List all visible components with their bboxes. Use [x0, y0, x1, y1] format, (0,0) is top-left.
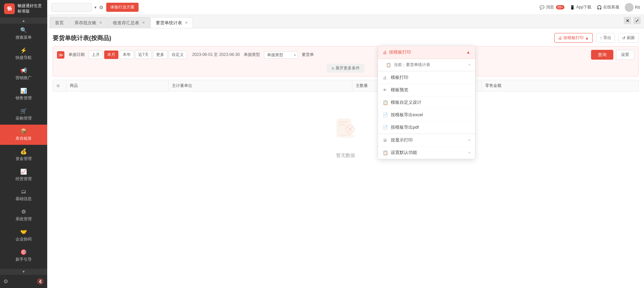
template-print-label: 模板打印: [391, 74, 470, 81]
tab-collection-summary[interactable]: 收发存汇总表 ✕: [108, 17, 150, 28]
date-btn-cur[interactable]: 本月: [104, 51, 118, 59]
avatar: [625, 3, 634, 12]
corp-icon: 🤝: [20, 229, 27, 235]
dropdown-display-print[interactable]: 🖥 按显示打印 ▾: [378, 134, 475, 147]
default-func-label: 设置默认功能: [391, 150, 466, 156]
marketing-icon: 📢: [20, 67, 27, 74]
sidebar-nav: 🔍 搜索菜单 ⚡ 快捷导航 📢 营销推广 📊 销售管理 🛒 采购管理 📦 库存核…: [0, 24, 47, 269]
topbar-dropdown-arrow[interactable]: ▾: [94, 5, 96, 10]
display-print-icon: 🖥: [383, 138, 388, 143]
message-badge: 99+: [556, 5, 564, 9]
empty-icon: [330, 112, 361, 149]
order-type-label: 单据类型: [244, 52, 260, 58]
audio-footer-icon[interactable]: 🔇: [37, 278, 44, 285]
sidebar-scroll-down[interactable]: ▼: [0, 269, 47, 275]
sidebar-scroll-up[interactable]: ▲: [0, 18, 47, 24]
sidebar-item-sales-label: 销售管理: [16, 95, 32, 101]
date-btn-prev[interactable]: 上月: [89, 51, 103, 59]
tab-collection-summary-close[interactable]: ✕: [142, 21, 145, 25]
sidebar-item-sales[interactable]: 📊 销售管理: [0, 84, 47, 104]
tab-expand-button[interactable]: ⤢: [633, 17, 641, 24]
dropdown-current-template[interactable]: 📋 当前：要货单统计表 ▾: [378, 59, 475, 71]
dropdown-header-left: 🖨 按模板打印: [383, 49, 411, 55]
col-settings[interactable]: ⚙: [53, 80, 66, 92]
table-settings-icon[interactable]: ⚙: [56, 84, 60, 88]
query-button[interactable]: 查询: [591, 50, 613, 60]
date-btn-more[interactable]: 更多: [153, 51, 167, 59]
username-label: Rit: [635, 5, 640, 10]
sidebar-item-shortcut-label: 快捷导航: [16, 55, 32, 61]
online-service-button[interactable]: 🎧 在线客服: [597, 4, 619, 10]
app-download-button[interactable]: 📱 App下载: [570, 4, 591, 10]
date-btn-custom[interactable]: 自定义: [169, 51, 187, 59]
date-btn-7days[interactable]: 近7天: [135, 51, 152, 59]
template-pdf-label: 按模板导出pdf: [391, 124, 470, 130]
sidebar-footer: ⚙ 🔇: [0, 275, 47, 288]
topbar-gear-icon[interactable]: ⚙: [99, 5, 104, 10]
tab-close-all-button[interactable]: ✕: [624, 17, 631, 24]
message-button[interactable]: 💬 消息 99+: [539, 4, 564, 10]
display-print-label: 按显示打印: [391, 137, 466, 143]
dropdown-template-excel[interactable]: 📄 按模板导出excel: [378, 109, 475, 121]
trial-button[interactable]: 体验行业方案: [106, 3, 139, 12]
filter-settings-button[interactable]: 设置: [616, 50, 634, 60]
sidebar-item-finance[interactable]: 💰 资金管理: [0, 145, 47, 165]
filter-toggle-button[interactable]: ≫: [57, 51, 64, 59]
current-template-label: 当前：要货单统计表: [394, 62, 430, 68]
sidebar-item-basic-label: 基础信息: [16, 196, 32, 202]
dropdown-default-func[interactable]: 📋 设置默认功能 ▾: [378, 147, 475, 159]
dropdown-template-pdf[interactable]: 📄 按模板导出pdf: [378, 121, 475, 134]
message-icon: 💬: [539, 5, 545, 10]
tab-bar: 首页 库存批次账 ✕ 收发存汇总表 ✕ 要货单统计表 ✕ ✕ ⤢: [47, 15, 644, 28]
sidebar-item-apps[interactable]: 🔲 应用中心: [0, 266, 47, 269]
sidebar-item-marketing[interactable]: 📢 营销推广: [0, 64, 47, 84]
expand-more-button[interactable]: ≡ 展开更多条件: [327, 64, 364, 73]
sidebar-item-newbie[interactable]: 🎯 新手引导: [0, 246, 47, 266]
sidebar-item-basic[interactable]: 🗂 基础信息: [0, 185, 47, 205]
sidebar-item-finance-label: 资金管理: [16, 156, 32, 162]
print-arrow-icon: ▲: [585, 36, 589, 40]
tab-inventory-batch[interactable]: 库存批次账 ✕: [69, 17, 107, 28]
settings-footer-icon[interactable]: ⚙: [3, 278, 8, 285]
topbar-search-input[interactable]: [51, 3, 92, 12]
dropdown-template-preview[interactable]: 👁 模板预览: [378, 84, 475, 96]
template-preview-icon: 👁: [383, 88, 388, 93]
date-btn-year[interactable]: 本年: [120, 51, 134, 59]
sidebar-item-shortcut[interactable]: ⚡ 快捷导航: [0, 44, 47, 64]
filter-row-1: ≫ 单据日期 上月 本月 本年 近7天 更多 自定义 2023-06-01 至 …: [57, 50, 634, 60]
date-filter-label: 单据日期: [68, 52, 85, 58]
topbar: ▾ ⚙ 体验行业方案 💬 消息 99+ 📱 App下载 🎧 在线客服 Rit: [47, 0, 644, 15]
tab-home[interactable]: 首页: [50, 17, 69, 28]
dropdown-template-design[interactable]: 📋 模板自定义设计: [378, 96, 475, 109]
sidebar-item-system-label: 系统管理: [16, 216, 32, 222]
dropdown-close-icon[interactable]: ▲: [466, 50, 470, 55]
tab-order-stats[interactable]: 要货单统计表 ✕: [151, 17, 193, 28]
tab-order-stats-close[interactable]: ✕: [185, 21, 188, 25]
filter-actions: 查询 设置: [591, 50, 634, 60]
order-goods-label: 要货单: [302, 52, 314, 58]
export-button[interactable]: ↑ 导出: [596, 33, 615, 43]
tab-inventory-batch-close[interactable]: ✕: [99, 21, 102, 25]
default-func-arrow: ▾: [468, 151, 470, 155]
sidebar-item-corp[interactable]: 🤝 企业协同: [0, 225, 47, 246]
sidebar-item-operation[interactable]: 📈 经营管理: [0, 165, 47, 185]
purchase-icon: 🛒: [20, 108, 27, 114]
refresh-button[interactable]: ↺ 刷新: [618, 33, 639, 43]
display-print-arrow: ▾: [468, 138, 470, 142]
sidebar-item-purchase[interactable]: 🛒 采购管理: [0, 104, 47, 125]
expand-label: 展开更多条件: [335, 65, 360, 71]
filter-bar: ≫ 单据日期 上月 本月 本年 近7天 更多 自定义 2023-06-01 至 …: [53, 46, 639, 76]
print-template-button[interactable]: 🖨 按模板打印 ▲: [554, 33, 593, 43]
inventory-icon: 📦: [20, 128, 27, 134]
user-avatar-area[interactable]: Rit: [625, 3, 640, 12]
sidebar-item-system[interactable]: ⚙ 系统管理: [0, 205, 47, 225]
dropdown-template-print[interactable]: 🖨 模板打印: [378, 71, 475, 84]
sidebar-item-search[interactable]: 🔍 搜索菜单: [0, 24, 47, 44]
page-content: 要货单统计表(按商品) 🖨 按模板打印 ▲ ↑ 导出 ↺ 刷新: [47, 28, 644, 288]
operation-icon: 📈: [20, 168, 27, 175]
order-type-select[interactable]: 单据类型: [264, 51, 298, 59]
tab-inventory-batch-label: 库存批次账: [75, 20, 96, 26]
sidebar-item-inventory[interactable]: 📦 库存核算: [0, 125, 47, 145]
service-icon: 🎧: [597, 5, 602, 10]
sidebar-item-marketing-label: 营销推广: [16, 75, 32, 81]
